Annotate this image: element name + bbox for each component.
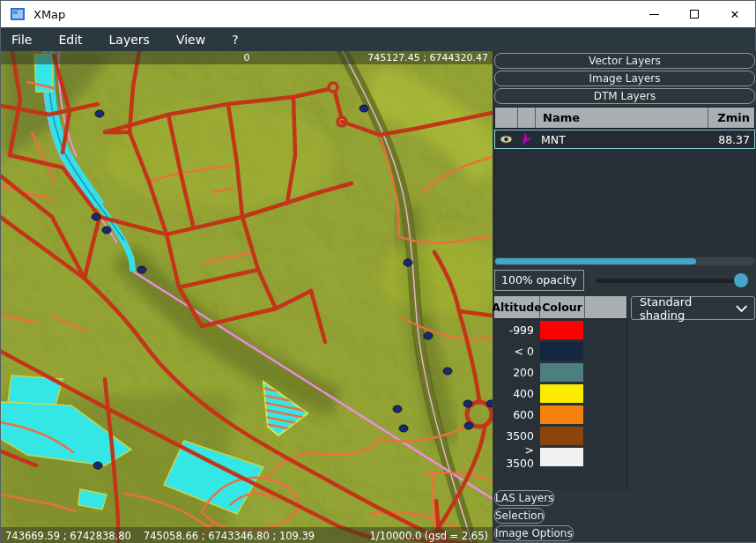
altitude-colour-table: Altitude Colour -999 < 0 200 [494,296,627,490]
layer-zmin: 88.37 [708,133,754,146]
menu-bar: File Edit Layers View ? [1,27,755,51]
slider-track[interactable] [597,279,746,283]
colour-swatch[interactable] [540,321,583,339]
eye-icon[interactable] [500,135,513,144]
zmin-column-header: Zmin [708,108,754,128]
app-icon [11,8,25,20]
colour-swatch[interactable] [540,342,583,361]
altitude-value: 200 [494,366,540,379]
opacity-slider[interactable] [597,273,746,287]
slider-handle[interactable] [734,273,748,287]
image-options-button[interactable]: Image Options [494,525,574,541]
menu-help[interactable]: ? [219,27,251,51]
altitude-row[interactable]: 200 [494,361,626,383]
horizontal-scrollbar[interactable] [494,257,755,265]
vector-layers-button[interactable]: Vector Layers [494,53,755,69]
status-coords-left: 743669.59 ; 6742838.80 [5,530,131,542]
altitude-row[interactable]: 400 [494,383,626,404]
maximize-icon [690,10,699,19]
colour-swatch[interactable] [540,363,583,382]
cursor-icon [522,133,531,145]
colour-swatch[interactable] [540,448,583,466]
dtm-table-header: Name Zmin [494,107,755,130]
name-column-header: Name [536,108,708,128]
altitude-value: 400 [494,387,540,400]
dtm-layers-button[interactable]: DTM Layers [494,88,755,104]
table-row[interactable]: MNT 88.37 [494,130,755,149]
altitude-value: > 3500 [494,443,540,470]
map-status-bar: 743669.59 ; 6742838.80 745058.66 ; 67433… [1,527,493,543]
altitude-value: < 0 [494,345,540,358]
opacity-control: 100% opacity [494,270,755,291]
colour-column-header: Colour [540,296,585,318]
altitude-row[interactable]: -999 [494,319,626,340]
map-canvas[interactable] [1,51,493,543]
minimize-icon [649,14,659,15]
window-title: XMap [33,8,65,21]
layer-list-empty-area[interactable] [494,149,755,257]
chevron-down-icon [736,305,747,312]
visibility-column-header [495,108,518,128]
selection-button[interactable]: Selection [494,508,545,524]
menu-view[interactable]: View [163,27,219,51]
las-layers-button[interactable]: LAS Layers [494,490,554,506]
colour-swatch[interactable] [540,405,583,424]
map-top-overlay: 0 745127.45 ; 6744320.47 [1,51,493,64]
altitude-row[interactable]: < 0 [494,340,626,361]
scrollbar-thumb[interactable] [495,258,696,264]
colour-swatch[interactable] [540,384,583,403]
close-button[interactable]: ✕ [715,1,755,27]
empty-column-header [585,296,626,318]
dtm-layers-table: Name Zmin [494,107,755,268]
select-column-header [518,108,536,128]
opacity-label: 100% opacity [494,270,584,291]
title-bar: XMap ✕ [1,1,755,27]
altitude-table-header: Altitude Colour [494,296,626,319]
altitude-value: 3500 [494,429,540,443]
minimize-button[interactable] [634,1,674,27]
map-viewport[interactable]: 0 745127.45 ; 6744320.47 743669.59 ; 674… [1,51,493,543]
altitude-value: 600 [494,408,540,421]
image-layers-button[interactable]: Image Layers [494,71,755,86]
altitude-value: -999 [494,324,540,337]
maximize-button[interactable] [674,1,715,27]
altitude-row[interactable]: 600 [494,404,626,425]
close-icon: ✕ [730,9,740,20]
map-angle-readout: 0 [1,52,493,63]
shading-selected-value: Standard shading [640,295,736,322]
menu-file[interactable]: File [1,27,45,51]
layer-name: MNT [535,133,708,146]
altitude-row[interactable]: > 3500 [494,446,626,467]
altitude-section: Altitude Colour -999 < 0 200 [494,296,755,490]
menu-layers[interactable]: Layers [96,27,163,51]
shading-dropdown[interactable]: Standard shading [631,296,755,320]
app-window: XMap ✕ File Edit Layers View ? [0,0,756,543]
menu-edit[interactable]: Edit [45,27,95,51]
layers-panel: Vector Layers Image Layers DTM Layers Na… [493,51,756,542]
altitude-column-header: Altitude [494,296,540,318]
colour-swatch[interactable] [540,427,583,445]
